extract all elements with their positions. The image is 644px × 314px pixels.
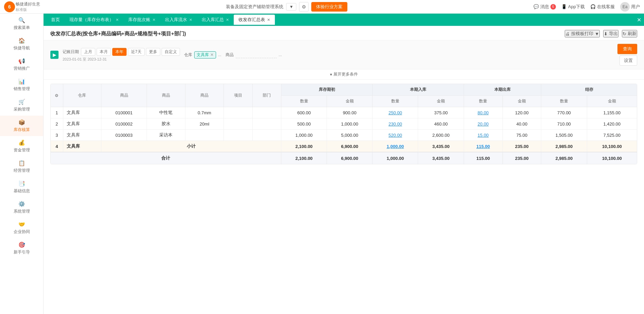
col-bal-qty-header: 数量 (541, 96, 587, 107)
sidebar-item-system[interactable]: ⚙️ 系统管理 (0, 197, 43, 218)
date-btn-last-month[interactable]: 上月 (81, 48, 95, 56)
sidebar-label-search: 搜索菜单 (14, 25, 30, 31)
tab-batch-ledger-close-icon[interactable]: ✕ (152, 18, 155, 22)
total-label: 合计 (51, 152, 281, 164)
tab-home[interactable]: 首页 (46, 15, 65, 25)
col-bal-amt-header: 金额 (587, 96, 637, 107)
expand-more-btn[interactable]: ▾ 展开更多条件 (330, 71, 358, 77)
row2-in-qty[interactable]: 230.00 (373, 118, 418, 130)
query-btn[interactable]: 查询 (617, 44, 637, 54)
row1-in-amt: 375.00 (418, 107, 464, 118)
date-filter-label: 记账日期 (63, 49, 79, 55)
user-item[interactable]: Ea 用户 (620, 2, 640, 12)
row1-in-qty[interactable]: 250.00 (373, 107, 418, 118)
col-opening-header: 库存期初 (281, 84, 372, 96)
action-buttons: 查询 设置 (617, 44, 637, 66)
row3-warehouse: 文具库 (63, 130, 101, 141)
row3-in-qty[interactable]: 520.00 (373, 130, 418, 141)
phone-icon: 📱 (561, 4, 567, 9)
export-icon: ⬇ (604, 31, 608, 36)
print-btn[interactable]: 🖨 按模板打印 ▼ (565, 30, 600, 37)
row3-out-qty[interactable]: 15.00 (464, 130, 502, 141)
col-settings-header[interactable]: ⚙ (51, 84, 63, 107)
col-dept-header: 部门 (252, 84, 281, 107)
sidebar-item-guide[interactable]: 🎯 新手引导 (0, 238, 43, 259)
row3-code: 0100003 (101, 130, 147, 141)
sidebar-item-inventory[interactable]: 📦 库存核算 (0, 116, 43, 136)
message-icon: 💬 (533, 4, 539, 9)
date-btn-7days[interactable]: 近7天 (128, 48, 145, 56)
row3-out-amt: 75.00 (502, 130, 541, 141)
sidebar-item-operations[interactable]: 📋 经营管理 (0, 156, 43, 177)
col-project-header: 项目 (224, 84, 252, 107)
refresh-btn[interactable]: ↻ 刷新 (622, 30, 637, 37)
tab-inventory-dist-label: 现存量（库存分布表） (69, 17, 114, 23)
enterprise-icon: 🤝 (18, 221, 25, 228)
tab-inout-summary-close-icon[interactable]: ✕ (226, 18, 229, 22)
warehouse-tag-text: 文具库 (197, 52, 209, 58)
warehouse-label: 仓库 (184, 52, 192, 58)
guide-icon: 🎯 (18, 242, 25, 248)
goods-more-dots[interactable]: ... (279, 52, 282, 57)
tab-receive-summary-close-icon[interactable]: ✕ (267, 18, 270, 22)
tab-inventory-dist[interactable]: 现存量（库存分布表） ✕ (65, 15, 123, 25)
settings-btn[interactable]: 设置 (620, 55, 637, 66)
export-btn[interactable]: ⬇ 导出 (603, 30, 618, 37)
sidebar-item-quick-nav[interactable]: 🏠 快捷导航 (0, 34, 43, 54)
subtotal-in-qty[interactable]: 1,000.00 (373, 141, 418, 152)
tab-inout-flow-close-icon[interactable]: ✕ (189, 18, 192, 22)
tab-receive-summary[interactable]: 收发存汇总表 ✕ (234, 15, 275, 25)
filter-bar: ▶ 记账日期 上月 本月 本年 近7天 更多 自定义 (44, 40, 644, 69)
date-btn-this-month[interactable]: 本月 (97, 48, 111, 56)
message-badge: 6 (550, 4, 556, 10)
message-label: 消息 (540, 4, 549, 10)
base-info-icon: 📑 (18, 180, 25, 187)
tab-receive-summary-label: 收发存汇总表 (238, 17, 265, 23)
warehouse-tag-close-icon[interactable]: ✕ (210, 52, 214, 57)
subtotal-row: 4 文具库 小计 2,100.00 6,900.00 1,000.00 3,43… (51, 141, 637, 152)
sidebar-item-sales[interactable]: 📊 销售管理 (0, 75, 43, 95)
system-dropdown-btn[interactable]: ▼ (286, 3, 296, 11)
warehouse-more-dots[interactable]: ... (218, 52, 221, 57)
tab-inventory-dist-close-icon[interactable]: ✕ (116, 18, 119, 22)
row1-out-qty[interactable]: 80.00 (464, 107, 502, 118)
finance-icon: 💰 (18, 139, 25, 146)
sidebar-item-purchase[interactable]: 🛒 采购管理 (0, 95, 43, 116)
tab-batch-ledger[interactable]: 库存批次账 ✕ (123, 15, 160, 25)
tab-inout-summary[interactable]: 出入库汇总 ✕ (197, 15, 234, 25)
sidebar-item-enterprise[interactable]: 🤝 企业协同 (0, 218, 43, 238)
tab-bar-close-icon[interactable]: ✕ (637, 17, 641, 23)
goods-input[interactable] (236, 52, 277, 58)
row2-num: 2 (51, 118, 63, 130)
sidebar-label-purchase: 采购管理 (14, 106, 30, 112)
date-btn-custom[interactable]: 自定义 (162, 48, 180, 56)
row2-bal-amt: 1,420.00 (587, 118, 637, 130)
col-out-qty-header: 数量 (464, 96, 502, 107)
row1-bal-amt: 1,155.00 (587, 107, 637, 118)
date-btn-this-year[interactable]: 本年 (112, 48, 127, 56)
date-btn-more[interactable]: 更多 (146, 48, 160, 56)
row3-num: 3 (51, 130, 63, 141)
sidebar-item-search[interactable]: 🔍 搜索菜单 (0, 14, 43, 34)
tab-inout-flow[interactable]: 出入库流水 ✕ (160, 15, 197, 25)
filter-toggle-btn[interactable]: ▶ (50, 51, 59, 59)
inventory-icon: 📦 (18, 119, 25, 126)
print-dropdown-icon: ▼ (595, 31, 599, 36)
total-row: 合计 2,100.00 6,900.00 1,000.00 3,435.00 1… (51, 152, 637, 164)
experience-btn[interactable]: 体验行业方案 (311, 2, 347, 12)
col-spec-header: 商品 (185, 84, 224, 107)
settings-icon-btn[interactable]: ⚙ (299, 2, 309, 12)
online-service-item[interactable]: 🎧 在线客服 (590, 4, 615, 10)
row2-in-amt: 460.00 (418, 118, 464, 130)
sidebar-item-marketing[interactable]: 📢 营销推广 (0, 54, 43, 75)
message-item[interactable]: 💬 消息 6 (533, 4, 556, 10)
refresh-label: 刷新 (628, 31, 637, 37)
sidebar-label-enterprise: 企业协同 (14, 229, 30, 235)
subtotal-out-qty[interactable]: 115.00 (464, 141, 502, 152)
app-download-item[interactable]: 📱 App下载 (561, 4, 585, 10)
top-bar: 6 畅捷通好生意 标准版 装备及固定资产辅助管理系统 ▼ ⚙ 体验行业方案 💬 … (0, 0, 644, 14)
sidebar-item-base-info[interactable]: 📑 基础信息 (0, 177, 43, 197)
dropdown-arrow-icon: ▼ (289, 4, 293, 9)
row2-out-qty[interactable]: 20.00 (464, 118, 502, 130)
sidebar-item-finance[interactable]: 💰 资金管理 (0, 136, 43, 156)
